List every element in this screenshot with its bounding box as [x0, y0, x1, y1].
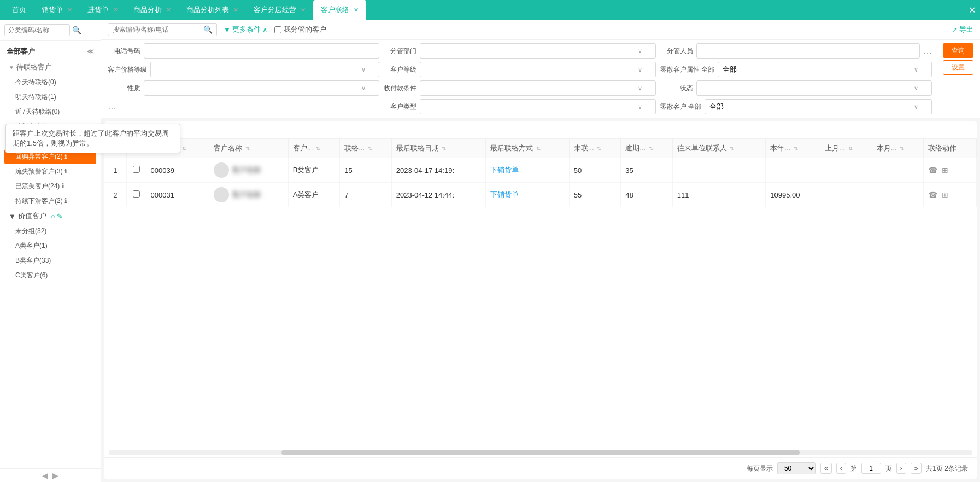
nav-purchase[interactable]: 进货单 ✕: [80, 0, 126, 20]
sidebar-item-class-a[interactable]: A类客户(1): [4, 239, 96, 253]
window-close-button[interactable]: ✕: [969, 5, 976, 15]
last-method-link-1[interactable]: 下销货单: [490, 166, 519, 174]
th-last-month[interactable]: 上月... ⇅: [820, 139, 872, 158]
filter-select-retail-attr[interactable]: 全部 ∨: [718, 62, 932, 77]
prev-page-button[interactable]: ‹: [836, 463, 846, 474]
last-page-button[interactable]: »: [911, 463, 922, 474]
filter-input-phone[interactable]: [144, 43, 379, 59]
filter-dots-manager[interactable]: …: [923, 46, 932, 56]
settings-button[interactable]: 设置: [943, 60, 973, 75]
sidebar-search-icon[interactable]: 🔍: [72, 26, 81, 34]
sidebar-collapse-icon[interactable]: ≪: [87, 48, 94, 55]
sidebar-item-lost[interactable]: 已流失客户(24) ℹ: [4, 179, 96, 194]
table-scroll[interactable]: 客户编码 ⇅ 客户名称 ⇅ 客户... ⇅: [104, 139, 977, 448]
filter-select-customer-level[interactable]: ∨: [420, 62, 655, 77]
th-contact-person[interactable]: 往来单位联系人 ⇅: [672, 139, 765, 158]
top-navigation: 首页 销货单 ✕ 进货单 ✕ 商品分析 ✕ 商品分析列表 ✕ 客户分层经营 ✕ …: [0, 0, 980, 20]
sort-level-icon: ⇅: [316, 146, 320, 152]
nav-customer-contact[interactable]: 客户联络 ✕: [313, 0, 366, 20]
filter-select-retail-customer[interactable]: 全部 ∨: [705, 99, 932, 114]
td-uncontacted-1: 50: [569, 158, 621, 183]
action-phone-icon-1[interactable]: ☎: [928, 166, 937, 175]
th-contacts[interactable]: 联络... ⇅: [340, 139, 392, 158]
nav-customer-contact-close[interactable]: ✕: [354, 0, 359, 20]
sidebar-item-tomorrow-pending[interactable]: 明天待联络(1): [4, 90, 96, 104]
my-customers-checkbox[interactable]: [274, 26, 281, 33]
filter-cell-nature: 性质 ∨: [108, 80, 379, 96]
nav-customer-tier-close[interactable]: ✕: [301, 0, 306, 20]
query-button[interactable]: 查询: [943, 43, 973, 58]
th-overdue[interactable]: 逾期... ⇅: [621, 139, 673, 158]
nav-home[interactable]: 首页: [4, 0, 34, 20]
nav-product-list-close[interactable]: ✕: [233, 0, 238, 20]
th-last-date[interactable]: 最后联络日期 ⇅: [391, 139, 486, 158]
filter-label-price-level: 客户价格等级: [108, 65, 147, 74]
filter-select-price-level[interactable]: ∨: [150, 62, 379, 77]
action-more-icon-1[interactable]: ⊞: [942, 166, 948, 175]
filter-cell-dept: 分管部门 ∨: [384, 43, 655, 59]
sidebar-all-customers-header[interactable]: 全部客户 ≪: [4, 43, 96, 60]
filter-top-bar: 🔍 ▼ 更多条件 ∧ 我分管的客户 ↗ 导出: [101, 20, 980, 40]
filter-more-dots[interactable]: …: [108, 102, 116, 112]
nav-product-list[interactable]: 商品分析列表 ✕: [179, 0, 246, 20]
filter-select-status[interactable]: ∨: [696, 80, 932, 96]
page-input[interactable]: [861, 463, 881, 474]
filter-input-manager[interactable]: [696, 43, 920, 59]
customer-name-2: 客户名称: [232, 190, 261, 200]
row-2-checkbox[interactable]: [133, 190, 140, 198]
sidebar-all-customers-section: 全部客户 ≪ ▼ 待联络客户 今天待联络(0) 明天待联络(1) 近7天待联络(…: [0, 41, 101, 285]
nav-sales[interactable]: 销货单 ✕: [34, 0, 80, 20]
filter-cell-customer-level: 客户等级 ∨: [384, 62, 655, 77]
next-page-button[interactable]: ›: [896, 463, 906, 474]
th-this-month[interactable]: 本月... ⇅: [872, 139, 924, 158]
first-page-button[interactable]: «: [820, 463, 832, 474]
more-conditions-label: 更多条件: [232, 25, 261, 34]
last-method-link-2[interactable]: 下销货单: [490, 190, 519, 199]
export-button[interactable]: ↗ 导出: [952, 25, 973, 34]
more-conditions-button[interactable]: ▼ 更多条件 ∧: [224, 25, 268, 34]
nav-product-analysis-close[interactable]: ✕: [166, 0, 171, 20]
th-action: 联络动作: [924, 139, 977, 158]
sidebar-group-pending-contact[interactable]: ▼ 待联络客户: [4, 60, 96, 75]
nav-customer-tier[interactable]: 客户分层经营 ✕: [246, 0, 313, 20]
td-num-2: 2: [104, 183, 126, 207]
scrollbar-thumb[interactable]: [281, 450, 800, 455]
row-1-checkbox[interactable]: [133, 166, 140, 173]
nav-product-analysis[interactable]: 商品分析 ✕: [126, 0, 179, 20]
sidebar-value-edit-icon[interactable]: ○ ✎: [51, 212, 63, 220]
th-this-year[interactable]: 本年... ⇅: [766, 139, 820, 158]
filter-search-icon[interactable]: 🔍: [203, 25, 213, 34]
sidebar-search-input[interactable]: [4, 24, 70, 36]
filter-search-input[interactable]: [108, 23, 217, 36]
filter-select-payment[interactable]: ∨: [420, 80, 655, 96]
sidebar-item-unclassified[interactable]: 未分组(32): [4, 224, 96, 239]
sidebar-value-customer-header[interactable]: ▼ 价值客户 ○ ✎: [4, 208, 96, 224]
sidebar-scroll-right-icon[interactable]: ▶: [52, 471, 58, 480]
nav-customer-contact-label: 客户联络: [321, 0, 349, 20]
th-uncontacted[interactable]: 未联... ⇅: [569, 139, 621, 158]
action-phone-icon-2[interactable]: ☎: [928, 190, 937, 199]
th-level-label: 客户...: [293, 144, 313, 152]
sidebar-all-customers-label: 全部客户: [7, 47, 35, 56]
horizontal-scrollbar[interactable]: [109, 450, 972, 455]
nav-purchase-close[interactable]: ✕: [113, 0, 118, 20]
sort-code-icon: ⇅: [182, 146, 186, 152]
page-suffix: 页: [885, 464, 892, 473]
per-page-select[interactable]: 50 100 200: [777, 462, 816, 474]
th-last-method[interactable]: 最后联络方式 ⇅: [486, 139, 569, 158]
th-name[interactable]: 客户名称 ⇅: [209, 139, 288, 158]
action-more-icon-2[interactable]: ⊞: [942, 190, 948, 199]
th-level[interactable]: 客户... ⇅: [288, 139, 340, 158]
nav-sales-close[interactable]: ✕: [67, 0, 72, 20]
filter-select-nature[interactable]: ∨: [144, 80, 379, 96]
filter-select-dept[interactable]: ∨: [420, 43, 655, 59]
sidebar-item-class-c[interactable]: C类客户(6): [4, 268, 96, 283]
sidebar-item-loss-warning[interactable]: 流失预警客户(3) ℹ: [4, 164, 96, 179]
sidebar-item-7days-pending[interactable]: 近7天待联络(0): [4, 104, 96, 119]
sidebar-item-today-pending[interactable]: 今天待联络(0): [4, 75, 96, 90]
sidebar-scroll-left-icon[interactable]: ◀: [42, 471, 48, 480]
sidebar-item-declining[interactable]: 持续下滑客户(2) ℹ: [4, 194, 96, 208]
sidebar-value-arrow: ▼: [9, 212, 16, 220]
filter-select-customer-type[interactable]: ∨: [420, 99, 655, 114]
sidebar-item-class-b[interactable]: B类客户(33): [4, 253, 96, 268]
